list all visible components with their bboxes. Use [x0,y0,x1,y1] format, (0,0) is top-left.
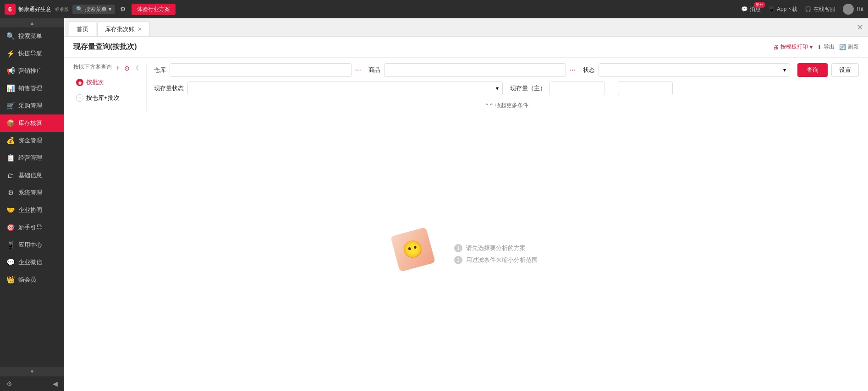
page-header: 现存量查询(按批次) 🖨 按模板打印 ▾ ⬆ 导出 🔄 刷新 [64,37,868,58]
collapse-more-btn[interactable]: ⌃⌃ 收起更多条件 [154,100,859,111]
inventory-icon: 📦 [6,119,15,127]
search-icon: 🔍 [6,32,15,40]
sidebar-label-inventory: 库存核算 [18,119,42,127]
sidebar-item-newbie[interactable]: 🎯 新手引导 [0,219,64,236]
stock-qty-label: 现存量（主） [510,84,546,92]
sidebar-label-sales: 销售管理 [18,84,42,92]
stock-status-select[interactable]: ▾ [187,81,503,95]
product-label: 商品 [368,66,380,74]
company-name: 畅康通好生意 [18,6,51,12]
logo-icon: 6 [5,4,16,15]
settings-icon[interactable]: ⚙ [119,5,128,13]
template-print-btn[interactable]: 🖨 按模板打印 ▾ [773,43,813,51]
tab-home-label: 首页 [77,25,88,33]
sidebar-item-inventory[interactable]: 📦 库存核算 [0,114,64,132]
top-header: 6 畅康通好生意 标准版 🔍 搜索菜单 ▾ ⚙ 体验行业方案 💬 消息 99+ … [0,0,868,18]
sidebar-label-member: 畅会员 [18,276,36,284]
warehouse-label: 仓库 [154,66,166,74]
dropdown-icon: ▾ [109,6,111,12]
query-btn[interactable]: 查询 [797,63,828,77]
filter-status-group: 状态 ▾ [583,63,790,77]
sidebar-item-basic[interactable]: 🗂 基础信息 [0,167,64,184]
tab-close-icon[interactable]: ✕ [137,26,142,33]
sidebar-label-search: 搜索菜单 [18,32,42,40]
page-header-actions: 🖨 按模板打印 ▾ ⬆ 导出 🔄 刷新 [773,43,859,51]
scheme-collapse-btn[interactable]: 《 [132,64,139,72]
sidebar-label-quick-nav: 快捷导航 [18,49,42,58]
warehouse-input[interactable] [170,63,352,77]
phone-icon: 📱 [768,6,775,12]
empty-icon: 😶 [395,231,440,277]
scheme-warehouse-batch-label: 按仓库+批次 [86,94,120,102]
footer-settings-icon[interactable]: ⚙ [6,380,12,387]
export-icon: ⬆ [817,44,822,50]
header-search-bar[interactable]: 🔍 搜索菜单 ▾ [72,5,115,14]
avatar [843,4,854,15]
sidebar-scroll-down[interactable]: ▼ [0,367,64,376]
warehouse-dots-btn[interactable]: ··· [355,66,361,74]
header-right: 💬 消息 99+ 📱 App下载 🎧 在线客服 Rit [741,4,863,15]
stock-status-label: 现存量状态 [154,84,184,92]
filter-scheme-panel: 按以下方案查询 ＋ ⊙ 《 ◉ 按批次 ○ 按仓库+批次 [73,63,147,111]
sidebar-item-finance[interactable]: 💰 资金管理 [0,132,64,149]
page-title: 现存量查询(按批次) [73,42,137,52]
settings-btn[interactable]: 设置 [831,63,859,77]
scheme-settings-btn[interactable]: ⊙ [124,65,130,72]
filter-scheme-header: 按以下方案查询 ＋ ⊙ 《 [73,63,139,73]
product-dots-btn[interactable]: ··· [570,66,576,74]
sidebar-item-marketing[interactable]: 📢 营销推广 [0,62,64,80]
member-icon: 👑 [6,276,15,284]
stock-status-chevron-icon: ▾ [496,85,499,92]
sales-icon: 📊 [6,84,15,92]
status-label: 状态 [583,66,595,74]
sidebar-item-apps[interactable]: 📱 应用中心 [0,236,64,254]
experience-btn[interactable]: 体验行业方案 [132,4,176,15]
footer-collapse-icon[interactable]: ◀ [53,380,58,387]
sidebar-item-quick-nav[interactable]: ⚡ 快捷导航 [0,45,64,62]
sidebar-items: 🔍 搜索菜单 ⚡ 快捷导航 📢 营销推广 📊 销售管理 🛒 采购管理 📦 [0,27,64,367]
operations-icon: 📋 [6,154,15,162]
sidebar-item-member[interactable]: 👑 畅会员 [0,271,64,288]
sidebar-item-wechat[interactable]: 💬 企业微信 [0,254,64,271]
online-service-area[interactable]: 🎧 在线客服 [805,5,835,13]
empty-tips: 1 请先选择要分析的方案 2 用过滤条件来缩小分析范围 [454,244,538,264]
sidebar-item-system[interactable]: ⚙ 系统管理 [0,184,64,201]
online-service-label: 在线客服 [813,5,835,13]
filter-stock-qty-group: 现存量（主） — [510,81,859,95]
filter-panel: 按以下方案查询 ＋ ⊙ 《 ◉ 按批次 ○ 按仓库+批次 [64,58,868,117]
sidebar-item-purchase[interactable]: 🛒 采购管理 [0,97,64,114]
finance-icon: 💰 [6,136,15,145]
sidebar-label-newbie: 新手引导 [18,223,42,232]
sidebar-label-basic: 基础信息 [18,171,42,179]
scheme-item-batch[interactable]: ◉ 按批次 [73,76,139,88]
empty-icon-box: 😶 [390,227,435,272]
sidebar-item-enterprise[interactable]: 🤝 企业协同 [0,201,64,219]
close-all-tabs-btn[interactable]: ✕ [857,22,863,33]
system-icon: ⚙ [6,189,15,197]
message-icon: 💬 [741,6,748,12]
export-btn[interactable]: ⬆ 导出 [817,43,835,51]
status-select[interactable]: ▾ [599,63,790,77]
scheme-batch-label: 按批次 [86,78,104,87]
app-download-area[interactable]: 📱 App下载 [768,5,797,13]
scheme-item-warehouse-batch[interactable]: ○ 按仓库+批次 [73,92,139,104]
sidebar-scroll-up[interactable]: ▲ [0,18,64,27]
message-area[interactable]: 💬 消息 99+ [741,5,761,13]
product-input[interactable] [384,63,566,77]
filter-fields-panel: 仓库 ··· 商品 ··· 状态 [154,63,859,111]
page-content: 现存量查询(按批次) 🖨 按模板打印 ▾ ⬆ 导出 🔄 刷新 [64,37,868,391]
marketing-icon: 📢 [6,67,15,75]
sidebar-item-search[interactable]: 🔍 搜索菜单 [0,27,64,45]
stock-qty-from-input[interactable] [549,81,604,95]
refresh-btn[interactable]: 🔄 刷新 [839,43,859,51]
user-area[interactable]: Rit [843,4,863,15]
add-scheme-btn[interactable]: ＋ [114,63,121,73]
tab-home[interactable]: 首页 [69,22,96,36]
print-dropdown-icon[interactable]: ▾ [810,44,813,50]
sidebar-item-operations[interactable]: 📋 经营管理 [0,149,64,167]
tab-inventory-batch-label: 库存批次账 [105,25,135,33]
stock-qty-to-input[interactable] [618,81,673,95]
sidebar: ▲ 🔍 搜索菜单 ⚡ 快捷导航 📢 营销推广 📊 销售管理 🛒 采购管理 [0,18,64,391]
tab-inventory-batch[interactable]: 库存批次账 ✕ [97,22,150,36]
sidebar-item-sales[interactable]: 📊 销售管理 [0,80,64,97]
